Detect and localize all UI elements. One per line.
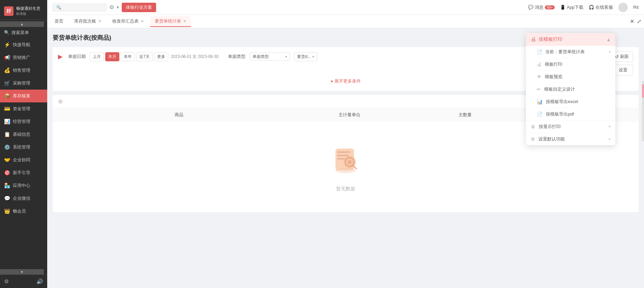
- sidebar-item-operations[interactable]: 📊 经营管理: [0, 115, 47, 128]
- default-func-item[interactable]: ⚙ 设置默认功能 ▾: [526, 133, 615, 145]
- expand-more-btn[interactable]: ▾ 展开更多条件: [331, 78, 361, 84]
- date-btn-last-7days[interactable]: 近7天: [136, 52, 153, 61]
- sidebar-item-marketing[interactable]: 📢 营销推广: [0, 51, 47, 64]
- order-type-filter-label: 要货d...: [297, 54, 311, 60]
- topbar-gear-icon[interactable]: ⚙: [109, 4, 114, 10]
- sidebar-item-purchase[interactable]: 🛒 采购管理: [0, 77, 47, 90]
- template-print-icon: 🖨: [537, 62, 541, 67]
- date-btn-this-year[interactable]: 本年: [121, 52, 135, 61]
- template-excel-item[interactable]: 📊 按模板导出excel: [526, 96, 615, 108]
- display-print-item[interactable]: 🖥 按显示打印 ▾: [526, 121, 615, 133]
- print-dropdown-header: 🖨 按模板打印 ▲: [526, 33, 615, 46]
- sidebar-scroll-up[interactable]: ▲: [0, 22, 44, 27]
- messages-button[interactable]: 💬 消息 99+: [528, 4, 555, 10]
- app-download-label: App下载: [567, 4, 583, 10]
- topbar-left: 🔍 ⚙ ▾ 体验行业方案: [53, 3, 156, 12]
- sidebar-item-label: 销售管理: [13, 67, 30, 73]
- date-btn-more[interactable]: 更多: [154, 52, 168, 61]
- col-product: 商品: [66, 108, 292, 121]
- marketing-icon: 📢: [4, 55, 10, 61]
- tab-window-close[interactable]: ✕: [630, 18, 634, 25]
- date-filter-label: 单据日期: [68, 54, 86, 60]
- current-template-arrow: ▾: [609, 50, 611, 54]
- template-design-item[interactable]: ✏ 模板自定义设计: [526, 83, 615, 96]
- topbar-search-box[interactable]: 🔍: [53, 3, 107, 11]
- sidebar-item-label: 应用中心: [13, 183, 30, 189]
- expand-down-icon: ▾: [331, 79, 333, 84]
- template-print-label: 模板打印: [545, 61, 562, 67]
- type-filter-label: 单据类型: [228, 54, 245, 60]
- sidebar-item-label: 采购管理: [13, 80, 30, 86]
- sidebar-item-label: 新手引导: [13, 170, 30, 176]
- tab-receipt-summary[interactable]: 收发存汇总表 ✕: [108, 16, 149, 27]
- template-print-item[interactable]: 🖨 模板打印: [526, 58, 615, 71]
- print-dropdown-collapse-icon[interactable]: ▲: [606, 37, 611, 42]
- industry-solution-button[interactable]: 体验行业方案: [122, 3, 156, 12]
- template-pdf-item[interactable]: 📄 按模板导出pdf: [526, 108, 615, 121]
- collab-icon: 🤝: [4, 157, 10, 163]
- sidebar-item-wechat[interactable]: 💬 企业微信: [0, 192, 47, 205]
- tab-order-summary[interactable]: 要货单统计表 ✕: [150, 16, 191, 27]
- date-btn-last-month[interactable]: 上月: [90, 52, 104, 61]
- online-support-button[interactable]: 🎧 在线客服: [589, 4, 613, 10]
- display-print-arrow: ▾: [609, 124, 611, 129]
- sidebar-bottom: ⚙ 🔊: [0, 275, 47, 288]
- user-avatar[interactable]: [618, 3, 628, 12]
- scrollbar-thumb[interactable]: [642, 84, 644, 98]
- display-print-label: 按显示打印: [539, 124, 561, 130]
- sidebar-nav: ⚡ 快捷导航 📢 营销推广 💰 销售管理 🛒 采购管理 📦 库存核算 💳 资金管…: [0, 38, 47, 269]
- tab-inventory-batch[interactable]: 库存批次账 ✕: [69, 16, 106, 27]
- current-template-item[interactable]: 📄 当前：要货单统计表 ▾: [526, 46, 615, 58]
- settings-icon[interactable]: ⚙: [4, 278, 9, 285]
- type-select[interactable]: 单据类型: [250, 53, 290, 61]
- order-type-filter[interactable]: 要货d... ▾: [294, 52, 317, 61]
- refresh-icon: ↺: [615, 54, 619, 59]
- sidebar-item-inventory[interactable]: 📦 库存核算: [0, 90, 47, 102]
- tab-receipt-summary-label: 收发存汇总表: [112, 18, 139, 24]
- display-print-icon: 🖥: [531, 124, 535, 129]
- volume-icon[interactable]: 🔊: [36, 278, 43, 285]
- app-badge: 标准版: [16, 11, 40, 16]
- filter-expand-icon[interactable]: ▶: [58, 53, 63, 60]
- tab-inventory-batch-label: 库存批次账: [74, 18, 96, 24]
- app-download-button[interactable]: 📱 App下载: [560, 4, 583, 10]
- sidebar-item-appstore[interactable]: 🏪 应用中心: [0, 179, 47, 192]
- app-logo: 好: [4, 6, 13, 16]
- refresh-label: 刷新: [620, 54, 629, 60]
- sidebar-item-guide[interactable]: 🎯 新手引导: [0, 166, 47, 179]
- tab-order-summary-close[interactable]: ✕: [183, 19, 186, 24]
- tab-order-summary-label: 要货单统计表: [155, 18, 181, 24]
- svg-rect-2: [337, 151, 351, 153]
- sidebar-item-finance[interactable]: 💳 资金管理: [0, 102, 47, 115]
- guide-icon: 🎯: [4, 170, 10, 176]
- tab-home-label: 首页: [55, 18, 63, 24]
- sidebar-item-label: 经营管理: [13, 119, 30, 125]
- tab-home[interactable]: 首页: [50, 16, 68, 27]
- empty-text: 暂无数据: [336, 186, 355, 192]
- sidebar-search[interactable]: 🔍 搜索菜单: [0, 27, 47, 38]
- setting-button[interactable]: 设置: [613, 65, 633, 75]
- sidebar-item-label: 畅会员: [13, 208, 26, 214]
- order-type-chevron: ▾: [312, 55, 314, 59]
- tab-receipt-summary-close[interactable]: ✕: [141, 19, 144, 24]
- basic-icon: 📋: [4, 131, 10, 137]
- template-preview-item[interactable]: 👁 模板预览: [526, 71, 615, 83]
- sidebar-scroll-down[interactable]: ▼: [0, 269, 44, 275]
- search-icon: 🔍: [4, 30, 9, 35]
- sidebar-item-system[interactable]: ⚙️ 系统管理: [0, 141, 47, 154]
- system-icon: ⚙️: [4, 144, 10, 150]
- table-settings-icon[interactable]: ⚙: [58, 98, 63, 105]
- date-btn-this-month[interactable]: 本月: [105, 52, 119, 61]
- tab-inventory-batch-close[interactable]: ✕: [98, 19, 101, 24]
- app-name: 畅捷通好生意: [16, 6, 40, 11]
- tab-maximize[interactable]: ⤢: [637, 18, 641, 25]
- messages-badge: 99+: [545, 5, 555, 9]
- sidebar-item-label: 库存核算: [13, 93, 30, 99]
- topbar-dropdown-icon[interactable]: ▾: [117, 5, 119, 10]
- sidebar-item-basic[interactable]: 📋 基础信息: [0, 128, 47, 141]
- sidebar-item-member[interactable]: 👑 畅会员: [0, 205, 47, 218]
- sidebar-item-collab[interactable]: 🤝 企业协同: [0, 154, 47, 166]
- sidebar-item-sales[interactable]: 💰 销售管理: [0, 64, 47, 77]
- sidebar-item-quick-nav[interactable]: ⚡ 快捷导航: [0, 38, 47, 51]
- col-check: [53, 108, 66, 121]
